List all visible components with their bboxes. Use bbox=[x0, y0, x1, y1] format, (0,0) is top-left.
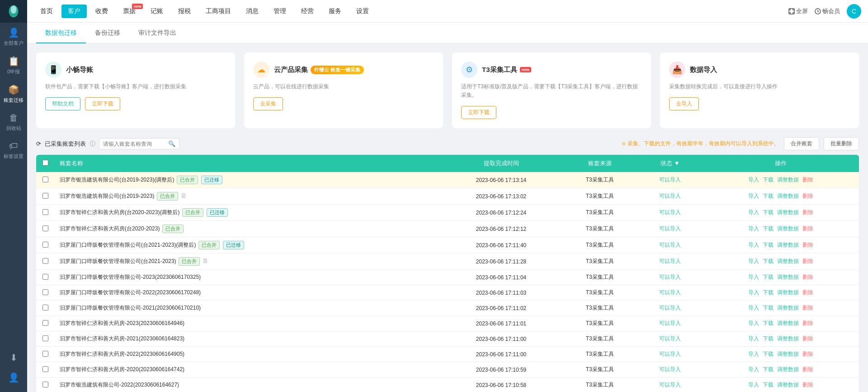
action-导入[interactable]: 导入 bbox=[748, 366, 759, 373]
action-调整数据[interactable]: 调整数据 bbox=[777, 225, 799, 232]
action-调整数据[interactable]: 调整数据 bbox=[777, 274, 799, 280]
action-删除[interactable]: 删除 bbox=[802, 320, 813, 326]
action-调整数据[interactable]: 调整数据 bbox=[777, 382, 799, 388]
row-checkbox[interactable] bbox=[42, 258, 48, 264]
action-下载[interactable]: 下载 bbox=[763, 382, 774, 388]
help-doc-button[interactable]: 帮助文档 bbox=[45, 97, 80, 110]
action-下载[interactable]: 下载 bbox=[763, 351, 774, 357]
tab-data-migration[interactable]: 数据包迁移 bbox=[36, 23, 86, 43]
refresh-icon[interactable]: ⟳ bbox=[36, 140, 41, 147]
sidebar-item-user[interactable]: 👤 bbox=[0, 368, 27, 387]
action-下载[interactable]: 下载 bbox=[763, 258, 774, 264]
row-file-icon[interactable]: 🗎 bbox=[180, 192, 187, 199]
action-下载[interactable]: 下载 bbox=[763, 366, 774, 373]
sidebar-item-all-customers[interactable]: 👤 全部客户 bbox=[0, 23, 27, 51]
tab-audit-export[interactable]: 审计文件导出 bbox=[129, 23, 185, 43]
action-下载[interactable]: 下载 bbox=[763, 193, 774, 199]
action-导入[interactable]: 导入 bbox=[748, 320, 759, 326]
row-checkbox[interactable] bbox=[42, 382, 48, 387]
action-调整数据[interactable]: 调整数据 bbox=[777, 193, 799, 199]
action-调整数据[interactable]: 调整数据 bbox=[777, 366, 799, 373]
action-导入[interactable]: 导入 bbox=[748, 242, 759, 248]
search-input[interactable] bbox=[103, 141, 166, 147]
action-下载[interactable]: 下载 bbox=[763, 305, 774, 311]
nav-tax[interactable]: 报税 bbox=[172, 5, 197, 18]
action-下载[interactable]: 下载 bbox=[763, 335, 774, 342]
nav-home[interactable]: 首页 bbox=[34, 5, 59, 18]
action-下载[interactable]: 下载 bbox=[763, 177, 774, 183]
action-导入[interactable]: 导入 bbox=[748, 225, 759, 232]
action-删除[interactable]: 删除 bbox=[802, 193, 813, 199]
action-下载[interactable]: 下载 bbox=[763, 289, 774, 296]
go-collect-button[interactable]: 去采集 bbox=[253, 97, 283, 110]
nav-billing[interactable]: 收费 bbox=[89, 5, 114, 18]
action-导入[interactable]: 导入 bbox=[748, 305, 759, 311]
action-删除[interactable]: 删除 bbox=[802, 242, 813, 248]
row-checkbox[interactable] bbox=[42, 335, 48, 341]
action-删除[interactable]: 删除 bbox=[802, 305, 813, 311]
row-checkbox[interactable] bbox=[42, 193, 48, 199]
member-btn[interactable]: 畅会员 bbox=[815, 7, 840, 15]
action-调整数据[interactable]: 调整数据 bbox=[777, 335, 799, 342]
col-status[interactable]: 状态 ▼ bbox=[638, 155, 702, 172]
action-删除[interactable]: 删除 bbox=[802, 177, 813, 183]
row-checkbox[interactable] bbox=[42, 320, 48, 326]
action-删除[interactable]: 删除 bbox=[802, 225, 813, 232]
nav-invoice[interactable]: 票据new bbox=[117, 5, 142, 18]
row-checkbox[interactable] bbox=[42, 351, 48, 357]
row-checkbox[interactable] bbox=[42, 242, 48, 248]
action-下载[interactable]: 下载 bbox=[763, 274, 774, 280]
action-导入[interactable]: 导入 bbox=[748, 351, 759, 357]
help-icon[interactable]: ⓘ bbox=[90, 140, 95, 148]
action-删除[interactable]: 删除 bbox=[802, 258, 813, 264]
nav-accounting[interactable]: 记账 bbox=[144, 5, 170, 18]
row-checkbox[interactable] bbox=[42, 305, 48, 311]
action-导入[interactable]: 导入 bbox=[748, 193, 759, 199]
action-导入[interactable]: 导入 bbox=[748, 274, 759, 280]
action-下载[interactable]: 下载 bbox=[763, 320, 774, 326]
action-调整数据[interactable]: 调整数据 bbox=[777, 209, 799, 215]
nav-business[interactable]: 工商项目 bbox=[199, 5, 237, 18]
search-icon[interactable]: 🔍 bbox=[168, 140, 175, 147]
action-下载[interactable]: 下载 bbox=[763, 225, 774, 232]
select-all-checkbox[interactable] bbox=[42, 160, 48, 166]
nav-manage[interactable]: 管理 bbox=[267, 5, 292, 18]
row-checkbox[interactable] bbox=[42, 225, 48, 231]
download-t3-button[interactable]: 立即下载 bbox=[461, 106, 496, 119]
nav-settings[interactable]: 设置 bbox=[350, 5, 375, 18]
action-删除[interactable]: 删除 bbox=[802, 382, 813, 388]
action-下载[interactable]: 下载 bbox=[763, 209, 774, 215]
user-avatar[interactable]: C bbox=[847, 4, 861, 19]
action-下载[interactable]: 下载 bbox=[763, 242, 774, 248]
go-import-button[interactable]: 去导入 bbox=[669, 97, 699, 110]
sidebar-item-recycle[interactable]: 🗑 回收站 bbox=[0, 108, 27, 136]
action-调整数据[interactable]: 调整数据 bbox=[777, 320, 799, 326]
action-调整数据[interactable]: 调整数据 bbox=[777, 258, 799, 264]
row-checkbox[interactable] bbox=[42, 177, 48, 182]
action-导入[interactable]: 导入 bbox=[748, 177, 759, 183]
action-调整数据[interactable]: 调整数据 bbox=[777, 289, 799, 296]
action-删除[interactable]: 删除 bbox=[802, 335, 813, 342]
nav-customer[interactable]: 客户 bbox=[61, 5, 87, 18]
row-checkbox[interactable] bbox=[42, 209, 48, 215]
download-now-button[interactable]: 立即下载 bbox=[85, 97, 120, 110]
action-导入[interactable]: 导入 bbox=[748, 335, 759, 342]
tab-backup-migration[interactable]: 备份迁移 bbox=[86, 23, 129, 43]
row-file-icon[interactable]: 🗎 bbox=[202, 257, 208, 264]
nav-operations[interactable]: 经营 bbox=[295, 5, 320, 18]
action-调整数据[interactable]: 调整数据 bbox=[777, 305, 799, 311]
sidebar-item-account-migration[interactable]: 📦 账套迁移 bbox=[0, 80, 27, 108]
action-删除[interactable]: 删除 bbox=[802, 209, 813, 215]
action-删除[interactable]: 删除 bbox=[802, 351, 813, 357]
row-checkbox[interactable] bbox=[42, 366, 48, 372]
fullscreen-btn[interactable]: 全屏 bbox=[788, 7, 808, 15]
action-删除[interactable]: 删除 bbox=[802, 274, 813, 280]
action-调整数据[interactable]: 调整数据 bbox=[777, 177, 799, 183]
row-checkbox[interactable] bbox=[42, 289, 48, 295]
nav-message[interactable]: 消息 bbox=[240, 5, 265, 18]
sidebar-item-tag-settings[interactable]: 🏷 标签设置 bbox=[0, 136, 27, 164]
row-checkbox[interactable] bbox=[42, 274, 48, 280]
merge-accounts-button[interactable]: 合并账套 bbox=[784, 137, 819, 150]
sidebar-item-zero-report[interactable]: 📋 0申报 bbox=[0, 51, 27, 80]
action-调整数据[interactable]: 调整数据 bbox=[777, 351, 799, 357]
